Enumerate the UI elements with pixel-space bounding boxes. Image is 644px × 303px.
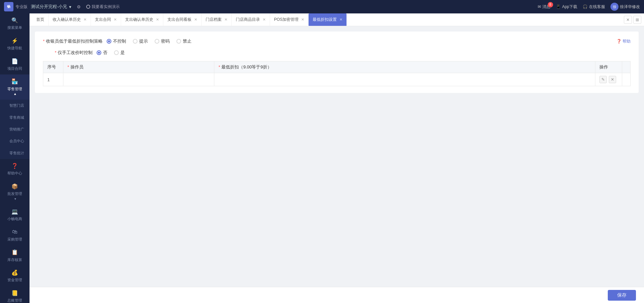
tab-income-history[interactable]: 收入确认单历史 ✕ [49, 13, 91, 26]
delete-icon: ✕ [611, 77, 614, 82]
username-label: 徐泽华修改 [620, 4, 640, 10]
radio-no-control-circle [107, 39, 111, 44]
radio-password[interactable]: 密码 [155, 38, 170, 44]
search-icon: 🔍 [11, 17, 18, 24]
close-tab-button[interactable]: ✕ [624, 16, 632, 24]
cell-scrollbar-1 [622, 73, 631, 86]
cell-action-1: ✎ ✕ [595, 73, 622, 86]
user-profile-button[interactable]: 徐 徐泽华修改 [610, 3, 640, 11]
radio-no-control[interactable]: 不控制 [107, 38, 126, 44]
tab-payment-history[interactable]: 支出确认单历史 ✕ [121, 13, 163, 26]
tab-payment-board-close[interactable]: ✕ [194, 17, 197, 22]
tab-income-history-close[interactable]: ✕ [84, 17, 87, 22]
tab-pos-password[interactable]: POS加密管理 ✕ [270, 13, 309, 26]
sidebar-item-retail[interactable]: 🏪 零售管理 ▲ [0, 74, 30, 100]
sidebar-item-search[interactable]: 🔍 搜索菜单 [0, 13, 30, 34]
sidebar-item-inventory[interactable]: 📋 库存核算 [0, 245, 30, 266]
question-icon: ❓ [616, 39, 622, 44]
sidebar-label-marketing: 营销推广 [9, 127, 24, 132]
gear-icon: ⚙ [77, 4, 81, 9]
help-link[interactable]: ❓ 帮助 [616, 39, 631, 44]
sidebar-item-ecommerce[interactable]: 💻 小畅电商 [0, 205, 30, 225]
col-scrollbar [622, 61, 631, 73]
sidebar-label-retail-mall: 零售商城 [9, 115, 24, 120]
help-text: 帮助 [623, 39, 631, 44]
sidebar-item-retail-mall[interactable]: 零售商城 [0, 112, 30, 123]
tab-pos-password-label: POS加密管理 [274, 17, 299, 22]
tab-store-goods-close[interactable]: ✕ [263, 17, 266, 22]
help-icon: ❓ [11, 162, 18, 170]
discount-required: * [218, 64, 221, 69]
purchase-icon: 🛍 [12, 228, 17, 236]
project-selector[interactable]: 测试分开完程-小兄 ▾ [31, 4, 71, 10]
expand-button[interactable]: ⊞ [633, 16, 641, 24]
phone-icon: 📱 [556, 4, 561, 9]
save-button[interactable]: 保存 [608, 290, 636, 301]
radio-password-circle [155, 39, 159, 44]
sidebar-item-contract[interactable]: 📄 项目合同 [0, 54, 30, 75]
topbar-gear-button[interactable]: ⚙ [75, 3, 83, 11]
tab-min-discount-close[interactable]: ✕ [339, 17, 342, 22]
tab-bar: 首页 收入确认单历史 ✕ 支出合同 ✕ 支出确认单历史 ✕ 支出合同看板 ✕ 门… [30, 13, 644, 26]
content-area: 首页 收入确认单历史 ✕ 支出合同 ✕ 支出确认单历史 ✕ 支出合同看板 ✕ 门… [30, 13, 644, 303]
delete-button-1[interactable]: ✕ [609, 76, 616, 83]
sidebar-item-member[interactable]: 会员中心 [0, 135, 30, 147]
edit-button-1[interactable]: ✎ [599, 76, 607, 83]
sidebar-item-nav[interactable]: ⚡ 快捷导航 [0, 34, 30, 54]
manual-control-label: * 仅手工改价时控制 [43, 50, 97, 56]
online-service-button[interactable]: 🎧 在线客服 [583, 4, 605, 10]
operator-required: * [67, 64, 69, 69]
tab-payment-history-close[interactable]: ✕ [156, 17, 159, 22]
table-body: 1 ✎ ✕ [43, 73, 631, 86]
batch-icon: 📦 [11, 183, 18, 190]
sidebar-label-help: 帮助中心 [7, 171, 22, 176]
radio-yes[interactable]: 是 [114, 50, 125, 56]
sidebar-label-member: 会员中心 [9, 139, 24, 144]
radio-no[interactable]: 否 [97, 50, 107, 56]
bottom-bar: 保存 [30, 287, 644, 303]
sidebar-item-smart-store[interactable]: 智慧门店 [0, 100, 30, 111]
app-logo: 畅 专业版 [4, 2, 28, 11]
finance-icon: 💰 [11, 269, 18, 276]
tab-store-goods[interactable]: 门店商品目录 ✕ [232, 13, 270, 26]
tab-payment-board[interactable]: 支出合同看板 ✕ [163, 13, 202, 26]
discount-radio-group: 不控制 提示 密码 禁止 [107, 38, 192, 44]
sidebar-item-stats[interactable]: 零售统计 [0, 147, 30, 159]
tab-income-history-label: 收入确认单历史 [53, 17, 81, 22]
radio-forbid[interactable]: 禁止 [176, 38, 192, 44]
radio-remind-label: 提示 [139, 38, 148, 44]
col-seq-label: 序号 [47, 64, 56, 69]
sidebar-item-purchase[interactable]: 🛍 采购管理 [0, 225, 30, 245]
headset-icon: 🎧 [583, 4, 588, 9]
messages-button[interactable]: ✉ 消息 8 [538, 4, 550, 10]
tab-payment-board-label: 支出合同看板 [167, 17, 192, 22]
radio-no-label: 否 [103, 50, 107, 56]
radio-remind[interactable]: 提示 [133, 38, 148, 44]
tab-min-discount[interactable]: 最低折扣设置 ✕ [309, 13, 347, 26]
app-download-button[interactable]: 📱 App下载 [556, 4, 577, 10]
tab-pos-password-close[interactable]: ✕ [301, 17, 304, 22]
tab-store-file-close[interactable]: ✕ [224, 17, 227, 22]
tab-payment-contract[interactable]: 支出合同 ✕ [91, 13, 121, 26]
radio-no-control-label: 不控制 [113, 38, 126, 44]
sidebar-label-purchase: 采购管理 [7, 237, 22, 242]
tab-home-label: 首页 [36, 17, 44, 22]
tab-payment-contract-close[interactable]: ✕ [114, 17, 117, 22]
sidebar-item-finance[interactable]: 💰 资金管理 [0, 266, 30, 286]
col-operator-label: 操作员 [70, 64, 84, 69]
sidebar-label-batch: 批发管理 [7, 191, 22, 196]
tab-home[interactable]: 首页 [32, 13, 49, 26]
tab-payment-history-label: 支出确认单历史 [125, 17, 153, 22]
sidebar-item-ledger[interactable]: 📒 总账管理 [0, 286, 30, 303]
sidebar-label-contract: 项目合同 [7, 66, 22, 71]
sidebar-label-search: 搜索菜单 [7, 25, 22, 30]
tab-store-file[interactable]: 门店档案 ✕ [202, 13, 232, 26]
sidebar-item-batch[interactable]: 📦 批发管理 ▾ [0, 180, 30, 205]
demo-link[interactable]: 我要看实例演示 [86, 4, 120, 10]
message-icon: ✉ [538, 4, 541, 9]
app-download-label: App下载 [562, 4, 577, 10]
col-action: 操作 [595, 61, 622, 73]
action-btns: ✎ ✕ [599, 76, 618, 83]
sidebar-item-marketing[interactable]: 营销推广 [0, 123, 30, 135]
sidebar-item-help[interactable]: ❓ 帮助中心 [0, 159, 30, 180]
